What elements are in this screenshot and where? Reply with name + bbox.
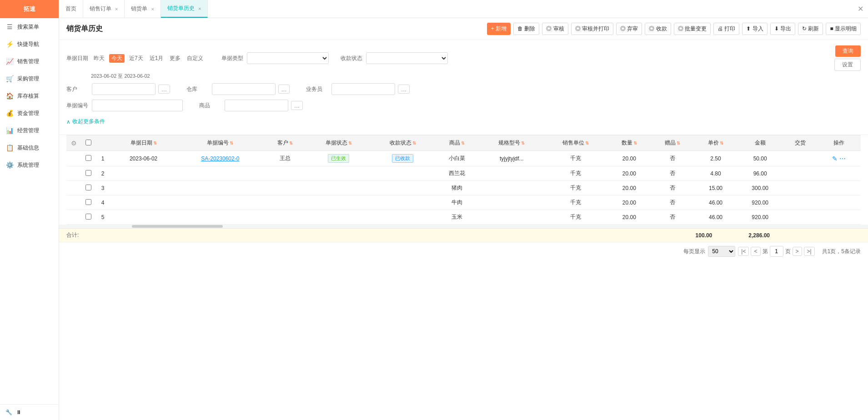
prev-page-btn[interactable]: <: [751, 247, 760, 256]
new-button[interactable]: + 新增: [487, 23, 511, 35]
per-page-label: 每页显示: [683, 248, 705, 255]
salesperson-dots-btn[interactable]: ...: [398, 85, 410, 94]
date-option-yesterday[interactable]: 昨天: [92, 54, 106, 63]
next-page-btn[interactable]: >: [793, 247, 802, 256]
row-checkbox[interactable]: [85, 214, 91, 220]
date-option-1month[interactable]: 近1月: [148, 54, 166, 63]
collapse-btn[interactable]: ∧ 收起更多条件: [66, 118, 861, 125]
payment-status-select[interactable]: [366, 52, 448, 64]
tab-sales-delivery[interactable]: 销货单 ×: [125, 0, 161, 18]
td-customer: [263, 210, 306, 225]
scrollbar-area[interactable]: [59, 225, 868, 228]
th-product[interactable]: 商品⇅: [435, 135, 480, 151]
first-page-btn[interactable]: |<: [738, 247, 749, 256]
sidebar-item-operations[interactable]: 📊 经营管理: [0, 122, 59, 139]
sidebar-item-system-mgmt[interactable]: ⚙️ 系统管理: [0, 156, 59, 174]
row-checkbox[interactable]: [85, 199, 91, 205]
td-settings: [66, 181, 81, 195]
abandon-button[interactable]: ◎ 弃审: [616, 23, 642, 35]
total-amount: 2,286.00: [748, 232, 770, 239]
tab-sales-history-close[interactable]: ×: [198, 6, 201, 11]
show-detail-button[interactable]: ■ 显示明细: [826, 23, 861, 35]
th-quantity[interactable]: 数量⇅: [607, 135, 651, 151]
export-button[interactable]: ⬇ 导出: [770, 23, 795, 35]
date-option-custom[interactable]: 自定义: [185, 54, 205, 63]
td-product: 牛肉: [435, 195, 480, 210]
tab-sales-order-close[interactable]: ×: [115, 6, 118, 12]
th-sales-unit[interactable]: 销售单位⇅: [544, 135, 608, 151]
td-unit-price: 15.00: [694, 181, 737, 195]
tab-sales-delivery-label: 销货单: [131, 5, 147, 13]
setup-button[interactable]: 设置: [834, 59, 861, 71]
product-input[interactable]: [225, 100, 288, 111]
tab-sales-delivery-close[interactable]: ×: [151, 6, 154, 12]
sidebar-logo: 拓速: [0, 0, 59, 18]
customer-dots-btn[interactable]: ...: [158, 85, 170, 94]
salesperson-input[interactable]: [331, 83, 395, 95]
page-number-input[interactable]: [770, 246, 783, 257]
td-product: 西兰花: [435, 166, 480, 181]
th-doc-status[interactable]: 单据状态⇅: [307, 135, 371, 151]
sidebar-item-purchase-mgmt[interactable]: 🛒 采购管理: [0, 70, 59, 87]
sidebar-item-sales-mgmt[interactable]: 📈 销售管理: [0, 53, 59, 70]
tab-sales-history[interactable]: 销货单历史 ×: [161, 0, 208, 18]
product-dots-btn[interactable]: ...: [291, 101, 303, 110]
tab-sales-history-label: 销货单历史: [167, 5, 195, 12]
th-gift[interactable]: 赠品⇅: [651, 135, 694, 151]
window-close-btn[interactable]: ✕: [858, 5, 863, 13]
td-product: 玉米: [435, 210, 480, 225]
doc-type-select[interactable]: [247, 52, 329, 64]
th-doc-date[interactable]: 单据日期⇅: [110, 135, 177, 151]
more-btn[interactable]: ⋯: [839, 155, 846, 162]
scrollbar-thumb[interactable]: [132, 225, 223, 228]
tab-sales-order[interactable]: 销售订单 ×: [83, 0, 125, 18]
select-all-checkbox[interactable]: [85, 140, 91, 145]
row-checkbox[interactable]: [85, 155, 91, 161]
sidebar-item-search-menu[interactable]: ☰ 搜索菜单: [0, 18, 59, 35]
doc-no-input[interactable]: [92, 100, 183, 111]
warehouse-filter-label: 仓库: [186, 85, 209, 93]
row-checkbox[interactable]: [85, 170, 91, 176]
refresh-button[interactable]: ↻ 刷新: [798, 23, 823, 35]
sidebar-item-inventory[interactable]: 🏠 库存核算: [0, 87, 59, 105]
delete-button[interactable]: 🗑 删除: [513, 23, 539, 35]
sidebar-bottom-icon2[interactable]: ⏸: [16, 409, 21, 415]
last-page-btn[interactable]: >|: [804, 247, 815, 256]
table-row: 3 猪肉 千克 20.00 否 15.00 300.00: [66, 181, 861, 195]
warehouse-dots-btn[interactable]: ...: [278, 85, 290, 94]
sidebar-item-finance[interactable]: 💰 资金管理: [0, 105, 59, 122]
sidebar-bottom-icon1[interactable]: 🔧: [5, 409, 12, 415]
query-button[interactable]: 查询: [835, 45, 861, 57]
tab-home[interactable]: 首页: [59, 0, 83, 18]
date-option-today[interactable]: 今天: [109, 54, 125, 63]
row-checkbox[interactable]: [85, 185, 91, 190]
warehouse-input[interactable]: [212, 83, 276, 95]
sidebar-item-quick-nav[interactable]: ⚡ 快捷导航: [0, 35, 59, 53]
customer-input[interactable]: [92, 83, 156, 95]
filter-item-doc-type: 单据类型: [221, 52, 329, 64]
per-page-select[interactable]: 50: [708, 246, 735, 257]
collect-button[interactable]: ◎ 收款: [645, 23, 671, 35]
th-customer[interactable]: 客户⇅: [263, 135, 306, 151]
th-unit-price[interactable]: 单价⇅: [694, 135, 737, 151]
settings-icon[interactable]: ⚙: [71, 140, 77, 147]
sidebar-item-base-info[interactable]: 📋 基础信息: [0, 139, 59, 156]
page-title: 销货单历史: [66, 24, 487, 34]
operations-icon: 📊: [5, 126, 14, 135]
doc-no-link[interactable]: SA-20230602-0: [201, 155, 239, 162]
td-product: 猪肉: [435, 181, 480, 195]
th-payment-status[interactable]: 收款状态⇅: [371, 135, 435, 151]
date-option-7days[interactable]: 近7天: [127, 54, 145, 63]
td-row-no: 2: [95, 166, 110, 181]
sort-doc-date-icon: ⇅: [153, 140, 157, 145]
th-spec-type[interactable]: 规格型号⇅: [480, 135, 544, 151]
print-button[interactable]: 🖨 打印: [713, 23, 739, 35]
audit-button[interactable]: ◎ 审核: [542, 23, 568, 35]
batch-change-button[interactable]: ◎ 批量变更: [674, 23, 711, 35]
audit-print-button[interactable]: ◎ 审核并打印: [571, 23, 613, 35]
import-button[interactable]: ⬆ 导入: [742, 23, 767, 35]
td-quantity: 20.00: [607, 166, 651, 181]
date-option-more[interactable]: 更多: [168, 54, 182, 63]
edit-btn[interactable]: ✎: [832, 155, 838, 162]
th-doc-no[interactable]: 单据编号⇅: [177, 135, 263, 151]
